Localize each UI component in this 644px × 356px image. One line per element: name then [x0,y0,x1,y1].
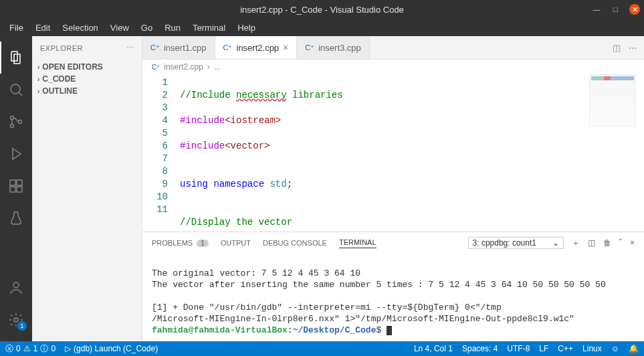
tabs-actions: ◫ ⋯ [606,36,644,59]
menu-help[interactable]: Help [232,21,261,34]
menu-file[interactable]: File [4,21,29,34]
activity-extensions-icon[interactable] [0,170,32,202]
menu-terminal[interactable]: Terminal [187,21,231,34]
menu-edit[interactable]: Edit [30,21,56,34]
terminal[interactable]: The original vector: 7 5 12 4 45 3 64 10… [142,254,644,341]
menu-view[interactable]: View [105,21,134,34]
chevron-down-icon: ⌄ [552,238,559,248]
chevron-right-icon: › [37,88,39,95]
panel-tab-output[interactable]: OUTPUT [221,239,251,247]
svg-rect-7 [17,180,22,185]
tab-insert3[interactable]: C⁺ insert3.cpp [297,36,370,59]
tab-close-icon[interactable]: × [283,42,288,53]
menu-selection[interactable]: Selection [57,21,103,34]
sidebar-title: EXPLORER [40,44,83,52]
status-language[interactable]: C++ [558,344,573,353]
status-os[interactable]: Linux [582,344,602,353]
svg-point-0 [11,84,20,94]
svg-rect-5 [10,187,15,192]
svg-point-3 [19,120,22,124]
sidebar-sections: ›OPEN EDITORS ›C_CODE ›OUTLINE [32,60,142,98]
minimap[interactable] [589,74,636,126]
panel-close-icon[interactable]: × [630,238,635,248]
panel-tab-problems[interactable]: PROBLEMS1 [152,239,209,247]
editor-tabs: C⁺ insert1.cpp C⁺ insert2.cpp × C⁺ inser… [142,36,644,60]
activity-settings-icon[interactable]: 1 [0,304,32,336]
bottom-panel: PROBLEMS1 OUTPUT DEBUG CONSOLE TERMINAL … [142,232,644,341]
tab-label: insert1.cpp [164,43,207,53]
line-gutter: 1234567891011 [142,74,180,232]
more-icon[interactable]: ⋯ [126,43,134,52]
status-spaces[interactable]: Spaces: 4 [462,344,498,353]
sidebar-folder[interactable]: ›C_CODE [32,73,142,85]
terminal-selector[interactable]: 3: cppdbg: count1⌄ [468,237,564,249]
menu-bar: File Edit Selection View Go Run Terminal… [0,19,644,36]
title-bar: insert2.cpp - C_Code - Visual Studio Cod… [0,0,644,19]
breadcrumb[interactable]: C⁺ insert2.cpp › ... [142,60,644,74]
svg-point-8 [13,282,19,288]
status-encoding[interactable]: UTF-8 [507,344,530,353]
menu-run[interactable]: Run [159,21,186,34]
activity-bar: 1 [0,36,32,341]
cpp-file-icon: C⁺ [305,43,314,52]
svg-rect-4 [10,180,15,185]
terminal-line: The vector after inserting the same numb… [152,279,635,290]
cpp-file-icon: C⁺ [223,43,233,52]
activity-test-icon[interactable] [0,202,32,234]
kill-terminal-icon[interactable]: 🗑 [603,238,611,248]
status-problems[interactable]: ⓧ0 ⚠1 ⓘ0 [5,343,56,355]
panel-toggle-icon[interactable]: ˆ [619,238,622,248]
sidebar-outline[interactable]: ›OUTLINE [32,85,142,97]
window-controls: — □ ✕ [592,4,640,15]
activity-scm-icon[interactable] [0,106,32,138]
activity-debug-icon[interactable] [0,138,32,170]
window-title: insert2.cpp - C_Code - Visual Studio Cod… [240,5,404,15]
sidebar-header: EXPLORER ⋯ [32,36,142,60]
chevron-right-icon: › [207,62,210,72]
breadcrumb-rest: ... [214,62,221,72]
tab-insert2[interactable]: C⁺ insert2.cpp × [215,36,298,59]
panel-tabs: PROBLEMS1 OUTPUT DEBUG CONSOLE TERMINAL … [142,232,644,254]
play-icon: ▷ [65,344,71,353]
panel-tab-debug[interactable]: DEBUG CONSOLE [263,239,327,247]
panel-tab-terminal[interactable]: TERMINAL [339,238,377,248]
terminal-line: [1] + Done "/usr/bin/gdb" --interpreter=… [152,302,635,313]
terminal-line: /Microsoft-MIEngine-In-0lrp8er6.nxx" 1>"… [152,313,635,325]
activity-account-icon[interactable] [0,272,32,304]
split-editor-icon[interactable]: ◫ [613,43,621,53]
sidebar-open-editors[interactable]: ›OPEN EDITORS [32,61,142,73]
svg-point-2 [11,124,14,128]
code-content[interactable]: //Include necessary libraries #include<i… [180,74,644,232]
minimize-button[interactable]: — [592,5,601,14]
main-area: 1 EXPLORER ⋯ ›OPEN EDITORS ›C_CODE ›OUTL… [0,36,644,341]
menu-go[interactable]: Go [136,21,158,34]
status-feedback-icon[interactable]: ☺ [611,344,619,353]
maximize-button[interactable]: □ [611,5,620,14]
activity-search-icon[interactable] [0,74,32,106]
more-actions-icon[interactable]: ⋯ [629,43,637,53]
code-editor[interactable]: 1234567891011 //Include necessary librar… [142,74,644,232]
cpp-file-icon: C⁺ [152,64,160,71]
panel-actions: 3: cppdbg: count1⌄ ＋ ◫ 🗑 ˆ × [468,237,635,249]
sidebar: EXPLORER ⋯ ›OPEN EDITORS ›C_CODE ›OUTLIN… [32,36,142,341]
tab-label: insert3.cpp [318,43,361,53]
error-icon: ⓧ [5,343,13,355]
svg-point-9 [14,318,18,322]
activity-explorer-icon[interactable] [0,41,32,74]
status-debug-launch[interactable]: ▷(gdb) Launch (C_Code) [65,344,158,353]
new-terminal-icon[interactable]: ＋ [572,238,580,249]
chevron-right-icon: › [37,64,39,71]
problems-badge: 1 [197,240,209,247]
tab-insert1[interactable]: C⁺ insert1.cpp [142,36,215,59]
editor-area: C⁺ insert1.cpp C⁺ insert2.cpp × C⁺ inser… [142,36,644,341]
status-bell-icon[interactable]: 🔔 [629,344,639,353]
activity-bottom: 1 [0,272,32,341]
svg-rect-6 [17,187,22,192]
terminal-line: The original vector: 7 5 12 4 45 3 64 10 [152,268,635,279]
status-eol[interactable]: LF [539,344,548,353]
terminal-cursor [387,326,392,335]
status-lncol[interactable]: Ln 4, Col 1 [414,344,453,353]
split-terminal-icon[interactable]: ◫ [588,238,595,248]
close-button[interactable]: ✕ [629,4,640,15]
svg-point-1 [11,116,14,120]
